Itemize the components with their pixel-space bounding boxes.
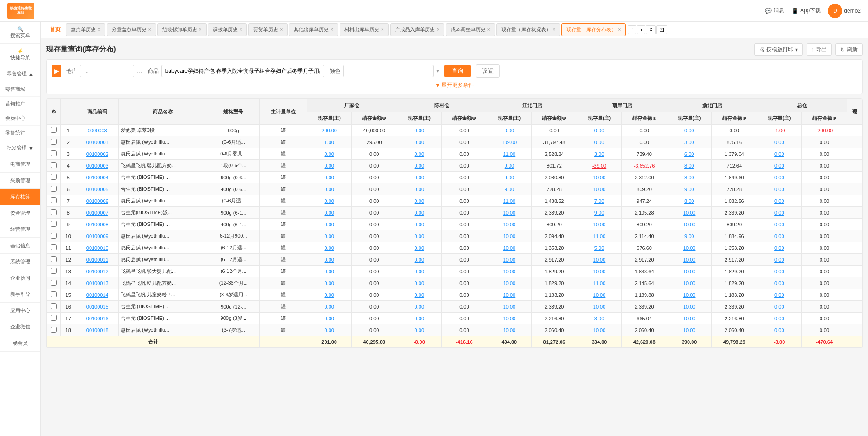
cell-factory-qty[interactable]: 0.00 bbox=[307, 195, 351, 207]
cell-nanan-qty[interactable]: 5.00 bbox=[577, 242, 621, 254]
message-btn[interactable]: 💬 消息 bbox=[765, 7, 784, 14]
cell-jiangbei-qty[interactable]: 11.00 bbox=[487, 195, 531, 207]
cell-total-qty[interactable]: 0.00 bbox=[757, 172, 802, 183]
cell-nanan-qty[interactable]: 0.00 bbox=[577, 125, 621, 136]
sidebar-item-retail-mgmt[interactable]: 零售管理 ▲ bbox=[0, 66, 40, 82]
warehouse-dots[interactable]: ... bbox=[137, 67, 142, 75]
sidebar-item-finance[interactable]: 资金管理 bbox=[0, 205, 40, 221]
tab-material-out[interactable]: 材料出库单历史 × bbox=[340, 23, 389, 36]
sidebar-item-wechat[interactable]: 企业微信 bbox=[0, 319, 40, 335]
tab-close-product-in[interactable]: × bbox=[437, 27, 439, 32]
tab-close-other-out[interactable]: × bbox=[330, 27, 333, 32]
cell-chencun-qty[interactable]: 0.00 bbox=[397, 172, 441, 183]
cell-yubei-qty[interactable]: 10.00 bbox=[667, 266, 712, 277]
app-download-btn[interactable]: 📱 App下载 bbox=[792, 7, 821, 14]
cell-total-qty[interactable]: 0.00 bbox=[757, 301, 802, 313]
cell-total-qty[interactable]: 0.00 bbox=[757, 254, 802, 266]
refresh-btn[interactable]: ↻ 刷新 bbox=[835, 43, 863, 56]
cell-yubei-qty[interactable]: 0.00 bbox=[667, 125, 712, 136]
sidebar-item-member[interactable]: 会员中心 bbox=[0, 111, 40, 126]
cell-jiangbei-qty[interactable]: 0.00 bbox=[487, 125, 531, 136]
cell-chencun-qty[interactable]: 0.00 bbox=[397, 183, 441, 195]
cell-code[interactable]: 00100012 bbox=[76, 266, 118, 277]
cell-code[interactable]: 00100005 bbox=[76, 183, 118, 195]
cell-total-qty[interactable]: 0.00 bbox=[757, 148, 802, 160]
color-input[interactable] bbox=[343, 65, 434, 77]
tab-product-in[interactable]: 产成品入库单历史 × bbox=[390, 23, 444, 36]
cell-yubei-qty[interactable]: 10.00 bbox=[667, 207, 712, 219]
cell-total-qty[interactable]: 0.00 bbox=[757, 324, 802, 336]
cell-jiangbei-qty[interactable]: 10.00 bbox=[487, 266, 531, 277]
cell-yubei-qty[interactable]: 6.00 bbox=[667, 148, 712, 160]
cell-yubei-qty[interactable]: 10.00 bbox=[667, 324, 712, 336]
sidebar-item-inventory[interactable]: 库存核算 bbox=[0, 189, 40, 205]
warehouse-input[interactable] bbox=[80, 65, 134, 77]
cell-check[interactable] bbox=[47, 172, 61, 183]
tab-close-all-btn[interactable]: × bbox=[646, 25, 656, 34]
cell-check[interactable] bbox=[47, 148, 61, 160]
cell-total-qty[interactable]: 0.00 bbox=[757, 207, 802, 219]
cell-code[interactable]: 00100010 bbox=[76, 242, 118, 254]
tab-stock-status[interactable]: 现存量（库存状况表） × bbox=[496, 23, 561, 36]
cell-nanan-qty[interactable]: 11.00 bbox=[577, 277, 621, 289]
cell-chencun-qty[interactable]: 0.00 bbox=[397, 125, 441, 136]
cell-nanan-qty[interactable]: 10.00 bbox=[577, 289, 621, 301]
cell-jiangbei-qty[interactable]: 10.00 bbox=[487, 289, 531, 301]
cell-jiangbei-qty[interactable]: 10.00 bbox=[487, 230, 531, 242]
cell-yubei-qty[interactable]: 9.00 bbox=[667, 183, 712, 195]
sidebar-item-search[interactable]: 🔍 搜索英单 bbox=[0, 22, 40, 44]
cell-yubei-qty[interactable]: 10.00 bbox=[667, 219, 712, 230]
cell-yubei-qty[interactable]: 8.00 bbox=[667, 195, 712, 207]
sidebar-item-wholesale[interactable]: 批发管理 ▼ bbox=[0, 140, 40, 156]
expand-btn[interactable]: ▼ 展开更多条件 bbox=[435, 81, 474, 89]
cell-code[interactable]: 00100004 bbox=[76, 172, 118, 183]
sidebar-item-enterprise[interactable]: 企业协同 bbox=[0, 270, 40, 286]
cell-jiangbei-qty[interactable]: 10.00 bbox=[487, 313, 531, 324]
cell-total-qty[interactable]: -1.00 bbox=[757, 125, 802, 136]
cell-factory-qty[interactable]: 0.00 bbox=[307, 160, 351, 172]
tab-close-stock-status[interactable]: × bbox=[553, 27, 556, 32]
cell-chencun-qty[interactable]: 0.00 bbox=[397, 219, 441, 230]
cell-check[interactable] bbox=[47, 125, 61, 136]
cell-code[interactable]: 00100008 bbox=[76, 219, 118, 230]
cell-nanan-qty[interactable]: 10.00 bbox=[577, 219, 621, 230]
cell-jiangbei-qty[interactable]: 10.00 bbox=[487, 254, 531, 266]
cell-nanan-qty[interactable]: 10.00 bbox=[577, 172, 621, 183]
tab-close-requisition[interactable]: × bbox=[280, 27, 283, 32]
cell-factory-qty[interactable]: 1.00 bbox=[307, 136, 351, 148]
cell-nanan-qty[interactable]: -39.00 bbox=[577, 160, 621, 172]
print-btn[interactable]: 🖨 按模版打印 ▾ bbox=[754, 43, 803, 56]
tab-close-material-out[interactable]: × bbox=[381, 27, 384, 32]
cell-check[interactable] bbox=[47, 136, 61, 148]
cell-factory-qty[interactable]: 0.00 bbox=[307, 289, 351, 301]
cell-jiangbei-qty[interactable]: 10.00 bbox=[487, 219, 531, 230]
cell-chencun-qty[interactable]: 0.00 bbox=[397, 313, 441, 324]
cell-code[interactable]: 00100014 bbox=[76, 289, 118, 301]
cell-yubei-qty[interactable]: 3.00 bbox=[667, 136, 712, 148]
tab-close-assembly[interactable]: × bbox=[199, 27, 202, 32]
cell-check[interactable] bbox=[47, 183, 61, 195]
cell-check[interactable] bbox=[47, 242, 61, 254]
cell-factory-qty[interactable]: 0.00 bbox=[307, 242, 351, 254]
cell-yubei-qty[interactable]: 9.00 bbox=[667, 230, 712, 242]
cell-total-qty[interactable]: 0.00 bbox=[757, 219, 802, 230]
cell-total-qty[interactable]: 0.00 bbox=[757, 136, 802, 148]
cell-chencun-qty[interactable]: 0.00 bbox=[397, 207, 441, 219]
cell-nanan-qty[interactable]: 0.00 bbox=[577, 136, 621, 148]
cell-factory-qty[interactable]: 200.00 bbox=[307, 125, 351, 136]
cell-factory-qty[interactable]: 0.00 bbox=[307, 313, 351, 324]
sidebar-item-retail-shop[interactable]: 零售商城 bbox=[0, 82, 40, 97]
tab-partial-count[interactable]: 分量盘点单历史 × bbox=[107, 23, 156, 36]
cell-nanan-qty[interactable]: 10.00 bbox=[577, 266, 621, 277]
sidebar-item-marketing[interactable]: 营销推广 bbox=[0, 97, 40, 111]
cell-jiangbei-qty[interactable]: 10.00 bbox=[487, 301, 531, 313]
cell-check[interactable] bbox=[47, 324, 61, 336]
cell-check[interactable] bbox=[47, 289, 61, 301]
cell-code[interactable]: 00100011 bbox=[76, 254, 118, 266]
export-btn[interactable]: ↑ 导出 bbox=[807, 43, 832, 56]
cell-check[interactable] bbox=[47, 230, 61, 242]
sidebar-item-ecommerce[interactable]: 电商管理 bbox=[0, 156, 40, 173]
cell-jiangbei-qty[interactable]: 9.00 bbox=[487, 172, 531, 183]
user-area[interactable]: D demo2 bbox=[828, 4, 861, 18]
cell-code[interactable]: 00100018 bbox=[76, 324, 118, 336]
